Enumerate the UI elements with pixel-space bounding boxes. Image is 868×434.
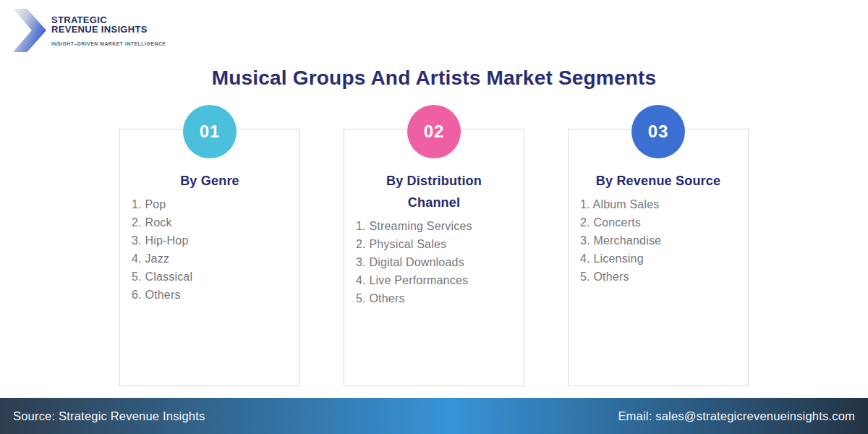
segment-title-distribution-channel: By Distribution Channel [369,170,499,213]
list-item: 2. Physical Sales [356,235,524,253]
segment-card-distribution-channel: 02 By Distribution Channel 1. Streaming … [344,129,524,386]
list-item: 4. Jazz [132,250,299,268]
footer-source-text: Source: Strategic Revenue Insights [13,409,205,423]
segment-card-revenue-source: 03 By Revenue Source 1. Album Sales 2. C… [568,129,749,386]
list-item: 5. Others [356,289,524,307]
segment-number-2: 02 [424,122,445,142]
list-item: 3. Digital Downloads [356,253,524,271]
segment-list-genre: 1. Pop 2. Rock 3. Hip-Hop 4. Jazz 5. Cla… [120,195,299,304]
segment-list-revenue-source: 1. Album Sales 2. Concerts 3. Merchandis… [569,195,748,286]
list-item: 2. Rock [132,213,299,231]
footer-email-text: Email: sales@strategicrevenueinsights.co… [618,409,855,423]
segment-number-badge-1: 01 [183,105,237,158]
logo-name-line2: REVENUE INSIGHTS [51,25,166,35]
list-item: 1. Streaming Services [356,217,524,235]
logo-tagline: INSIGHT–DRIVEN MARKET INTELLIGENCE [51,41,166,46]
page-title: Musical Groups And Artists Market Segmen… [0,67,868,90]
segment-number-badge-3: 03 [631,105,685,158]
list-item: 5. Others [580,268,748,286]
list-item: 2. Concerts [580,213,748,231]
list-item: 1. Pop [132,195,299,213]
segment-title-genre: By Genre [145,170,275,192]
segment-cards-row: 01 By Genre 1. Pop 2. Rock 3. Hip-Hop 4.… [0,129,868,386]
segment-title-revenue-source: By Revenue Source [593,170,723,192]
logo-name: STRATEGIC REVENUE INSIGHTS [51,15,166,35]
logo-text: STRATEGIC REVENUE INSIGHTS INSIGHT–DRIVE… [51,15,166,46]
segment-number-3: 03 [648,122,669,142]
segment-list-distribution-channel: 1. Streaming Services 2. Physical Sales … [344,217,524,307]
segment-card-genre: 01 By Genre 1. Pop 2. Rock 3. Hip-Hop 4.… [119,129,300,386]
footer-bar: Source: Strategic Revenue Insights Email… [0,398,868,434]
list-item: 6. Others [132,286,299,304]
list-item: 1. Album Sales [580,195,748,213]
logo: STRATEGIC REVENUE INSIGHTS INSIGHT–DRIVE… [13,9,166,52]
logo-name-line1: STRATEGIC [51,15,166,25]
list-item: 4. Licensing [580,250,748,268]
list-item: 5. Classical [132,268,299,286]
list-item: 3. Merchandise [580,231,748,250]
list-item: 3. Hip-Hop [132,231,299,250]
list-item: 4. Live Performances [356,271,524,289]
segment-number-badge-2: 02 [407,105,461,158]
segment-number-1: 01 [200,122,221,142]
chevron-logo-icon [13,9,46,52]
